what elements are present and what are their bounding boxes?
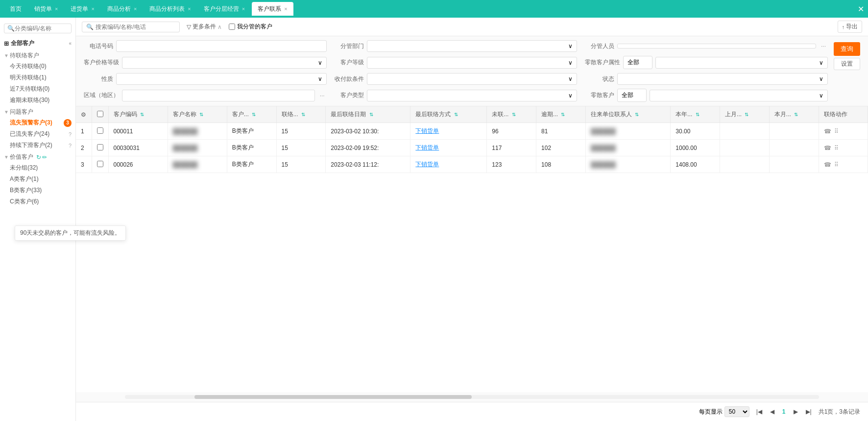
sidebar-item-overdue[interactable]: 逾期未联络(30) (0, 95, 75, 106)
sidebar-item-today[interactable]: 今天待联络(0) (0, 61, 75, 72)
select-all-checkbox[interactable] (97, 111, 103, 117)
sort-od-icon[interactable]: ⇅ (561, 112, 565, 117)
filter-status-select[interactable]: ∨ (617, 73, 828, 85)
tab-sales[interactable]: 销货单 × (28, 2, 64, 16)
tab-analysis-list-close[interactable]: × (188, 6, 191, 12)
filter-person-more[interactable]: ··· (819, 43, 828, 50)
filter-nature-select[interactable]: ∨ (116, 73, 327, 85)
sort-ty-icon[interactable]: ⇅ (696, 112, 699, 117)
sort-lm-icon[interactable]: ⇅ (454, 112, 458, 117)
prev-page-btn[interactable]: ◀ (767, 407, 777, 416)
action-more-2[interactable]: ⠿ (834, 145, 839, 151)
sidebar-search-wrap[interactable]: 🔍 (4, 24, 72, 33)
my-customers-checkbox-wrap[interactable]: 我分管的客户 (229, 23, 272, 31)
tab-purchase[interactable]: 进货单 × (65, 2, 100, 16)
filter-person-select[interactable] (617, 44, 816, 49)
filter-customer-grade-select[interactable]: ∨ (367, 57, 578, 69)
tab-customer-contact[interactable]: 客户联系 × (252, 2, 293, 16)
sort-ld-icon[interactable]: ⇅ (369, 112, 373, 117)
filter-customer-type-select[interactable]: ∨ (367, 90, 578, 101)
action-contact-2[interactable]: ☎ (824, 145, 831, 151)
sort-cc-icon[interactable]: ⇅ (301, 112, 305, 117)
cell-cb-1[interactable] (92, 123, 108, 140)
sidebar-collapse-icon[interactable]: « (69, 41, 72, 46)
sidebar-item-ungrouped[interactable]: 未分组(32) (0, 162, 75, 173)
tab-customer-mgmt-close[interactable]: × (242, 6, 245, 12)
tab-home[interactable]: 首页 (4, 2, 27, 16)
th-checkbox[interactable] (92, 106, 108, 123)
sort-lmth-icon[interactable]: ⇅ (745, 112, 748, 117)
search-input[interactable] (96, 24, 164, 30)
tab-sales-close[interactable]: × (55, 6, 58, 12)
sort-tmth-icon[interactable]: ⇅ (794, 112, 798, 117)
tab-analysis[interactable]: 商品分析 × (101, 2, 143, 16)
filter-scatter-select2[interactable]: ∨ (650, 90, 828, 101)
filter-region-input[interactable] (122, 90, 315, 101)
first-page-btn[interactable]: |◀ (753, 407, 765, 416)
sort-type-icon[interactable]: ⇅ (252, 112, 256, 117)
edit-icon-value[interactable]: ✏ (42, 154, 47, 161)
window-close-icon[interactable]: ✕ (858, 4, 864, 14)
action-more-3[interactable]: ⠿ (834, 161, 839, 168)
tab-analysis-list[interactable]: 商品分析列表 × (144, 2, 196, 16)
filter-scatter-attr-select[interactable]: 全部 (623, 56, 652, 69)
cell-lastmethod-3[interactable]: 下销货单 (410, 156, 487, 173)
sidebar-item-classC[interactable]: C类客户(6) (0, 196, 75, 207)
action-contact-1[interactable]: ☎ (824, 128, 831, 135)
sidebar-item-tomorrow[interactable]: 明天待联络(1) (0, 72, 75, 83)
filter-price-grade-select[interactable]: ∨ (122, 57, 327, 69)
sort-ul-icon[interactable]: ⇅ (512, 112, 516, 117)
filter-btn[interactable]: ▽ 更多条件 ∧ (184, 21, 225, 32)
h-scrollbar-track[interactable] (125, 395, 819, 399)
export-button[interactable]: ↑ 导出 (838, 21, 863, 33)
filter-payment-select[interactable]: ∨ (367, 73, 578, 85)
sidebar-item-churned[interactable]: 已流失客户(24) ? (0, 128, 75, 140)
sidebar-item-declining[interactable]: 持续下滑客户(2) ? (0, 140, 75, 151)
query-button[interactable]: 查询 (834, 42, 860, 56)
sidebar-item-churn-warning[interactable]: 流失预警客户(3) 3 (0, 117, 75, 128)
last-method-link-2[interactable]: 下销货单 (415, 144, 439, 151)
search-wrap[interactable]: 🔍 (82, 22, 180, 32)
filter-phone-input[interactable] (116, 40, 327, 52)
sidebar-item-classB[interactable]: B类客户(33) (0, 185, 75, 196)
sidebar-group-value[interactable]: ▼ 价值客户 ↻ ✏ (0, 151, 75, 162)
settings-icon[interactable]: ⚙ (81, 111, 86, 118)
sort-pe-icon[interactable]: ⇅ (635, 112, 639, 117)
filter-scatter-attr-select2[interactable]: ∨ (655, 57, 828, 69)
last-method-link-1[interactable]: 下销货单 (415, 127, 439, 134)
cell-cb-3[interactable] (92, 156, 108, 173)
filter-dept-select[interactable]: ∨ (367, 40, 578, 52)
tab-analysis-close[interactable]: × (134, 6, 137, 12)
sort-name-icon[interactable]: ⇅ (199, 112, 203, 117)
sidebar-group-pending[interactable]: ▼ 待联络客户 (0, 50, 75, 61)
cell-lastmethod-2[interactable]: 下销货单 (410, 140, 487, 156)
grid-icon: ⊞ (4, 40, 9, 47)
tab-purchase-close[interactable]: × (91, 6, 94, 12)
next-page-btn[interactable]: ▶ (791, 407, 801, 416)
per-page-select[interactable]: 50 100 200 (724, 406, 749, 417)
last-method-link-3[interactable]: 下销货单 (415, 161, 439, 168)
tab-customer-contact-close[interactable]: × (284, 6, 287, 12)
tab-customer-mgmt[interactable]: 客户分层经营 × (198, 2, 251, 16)
sort-code-icon[interactable]: ⇅ (140, 112, 144, 117)
row-checkbox-3[interactable] (97, 161, 103, 167)
cell-lastmethod-1[interactable]: 下销货单 (410, 123, 487, 140)
filter-region-more[interactable]: ··· (318, 92, 327, 99)
action-more-1[interactable]: ⠿ (834, 128, 839, 135)
action-contact-3[interactable]: ☎ (824, 161, 831, 168)
settings-button[interactable]: 设置 (834, 58, 860, 70)
sidebar-item-classA[interactable]: A类客户(1) (0, 173, 75, 185)
cell-cb-2[interactable] (92, 140, 108, 156)
filter-scatter-select[interactable]: 全部 (617, 89, 647, 102)
th-settings[interactable]: ⚙ (76, 106, 92, 123)
h-scrollbar-thumb[interactable] (194, 395, 472, 399)
sidebar-item-7days[interactable]: 近7天待联络(0) (0, 83, 75, 95)
row-checkbox-2[interactable] (97, 144, 103, 150)
refresh-icon-value[interactable]: ↻ (36, 154, 41, 161)
sidebar-group-problem[interactable]: ▼ 问题客户 (0, 106, 75, 117)
sidebar-root[interactable]: ⊞ 全部客户 « (0, 37, 75, 50)
sidebar-search-input[interactable] (15, 25, 68, 32)
row-checkbox-1[interactable] (97, 127, 103, 134)
my-customers-checkbox[interactable] (229, 24, 235, 30)
last-page-btn[interactable]: ▶| (803, 407, 815, 416)
